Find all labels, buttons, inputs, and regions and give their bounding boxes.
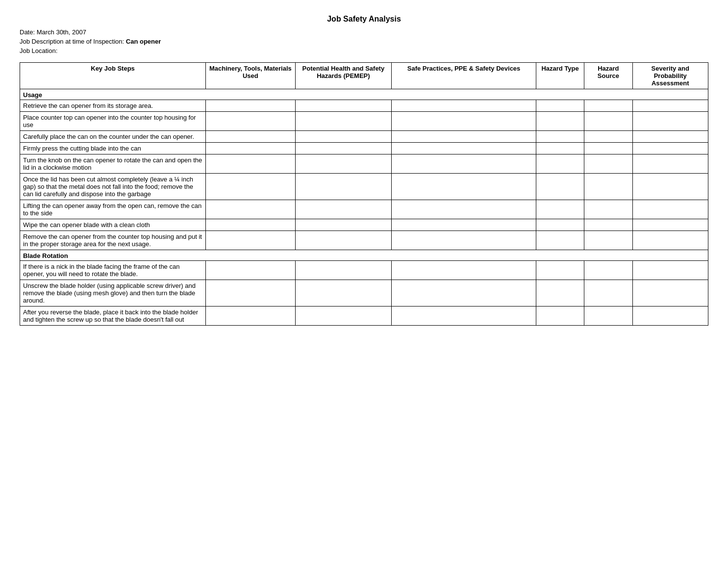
cell-hazards [295, 174, 392, 200]
table-row: Once the lid has been cut almost complet… [20, 174, 708, 200]
cell-step: Turn the knob on the can opener to rotat… [20, 154, 206, 174]
header-severity: Severity and Probability Assessment [632, 63, 708, 89]
cell-hsource [584, 143, 632, 154]
header-machinery: Machinery, Tools, Materials Used [206, 63, 296, 89]
cell-step: Retrieve the can opener from its storage… [20, 100, 206, 112]
cell-step: Once the lid has been cut almost complet… [20, 174, 206, 200]
table-row: Retrieve the can opener from its storage… [20, 100, 708, 112]
cell-hsource [584, 112, 632, 131]
cell-hsource [584, 100, 632, 112]
cell-safe [392, 143, 536, 154]
cell-htype [536, 219, 584, 231]
cell-machinery [206, 219, 296, 231]
header-potential-health: Potential Health and Safety Hazards (PEM… [295, 63, 392, 89]
cell-severity [632, 280, 708, 307]
cell-hsource [584, 231, 632, 250]
cell-machinery [206, 280, 296, 307]
cell-step: Wipe the can opener blade with a clean c… [20, 219, 206, 231]
cell-machinery [206, 174, 296, 200]
cell-safe [392, 231, 536, 250]
cell-severity [632, 261, 708, 280]
cell-severity [632, 154, 708, 174]
cell-htype [536, 154, 584, 174]
cell-hazards [295, 112, 392, 131]
header-hazard-source: Hazard Source [584, 63, 632, 89]
cell-step: Carefully place the can on the counter u… [20, 131, 206, 143]
cell-machinery [206, 112, 296, 131]
cell-severity [632, 131, 708, 143]
cell-htype [536, 174, 584, 200]
cell-severity [632, 200, 708, 219]
cell-hsource [584, 154, 632, 174]
table-row: Wipe the can opener blade with a clean c… [20, 219, 708, 231]
cell-hsource [584, 261, 632, 280]
cell-severity [632, 143, 708, 154]
cell-hsource [584, 200, 632, 219]
header-key-job-steps: Key Job Steps [20, 63, 206, 89]
section-header-row: Blade Rotation [20, 250, 708, 261]
cell-hazards [295, 200, 392, 219]
cell-hsource [584, 280, 632, 307]
cell-hazards [295, 231, 392, 250]
section-header-row: Usage [20, 89, 708, 100]
cell-severity [632, 112, 708, 131]
cell-hsource [584, 131, 632, 143]
section-name: Blade Rotation [20, 250, 708, 261]
cell-step: Place counter top can opener into the co… [20, 112, 206, 131]
cell-step: If there is a nick in the blade facing t… [20, 261, 206, 280]
cell-safe [392, 261, 536, 280]
cell-machinery [206, 261, 296, 280]
cell-safe [392, 112, 536, 131]
cell-htype [536, 112, 584, 131]
cell-safe [392, 219, 536, 231]
cell-machinery [206, 307, 296, 326]
meta-date: Date: March 30th, 2007 [20, 28, 708, 36]
cell-hazards [295, 280, 392, 307]
cell-safe [392, 174, 536, 200]
jsa-table: Key Job Steps Machinery, Tools, Material… [20, 62, 708, 326]
meta-job-location: Job Location: [20, 47, 708, 54]
table-header-row: Key Job Steps Machinery, Tools, Material… [20, 63, 708, 89]
cell-hazards [295, 143, 392, 154]
table-row: Place counter top can opener into the co… [20, 112, 708, 131]
cell-machinery [206, 131, 296, 143]
job-description-value: Can opener [126, 38, 161, 45]
cell-step: After you reverse the blade, place it ba… [20, 307, 206, 326]
header-hazard-type: Hazard Type [536, 63, 584, 89]
cell-hazards [295, 154, 392, 174]
cell-machinery [206, 231, 296, 250]
cell-machinery [206, 143, 296, 154]
table-row: After you reverse the blade, place it ba… [20, 307, 708, 326]
cell-severity [632, 231, 708, 250]
cell-machinery [206, 200, 296, 219]
cell-htype [536, 100, 584, 112]
table-row: Carefully place the can on the counter u… [20, 131, 708, 143]
cell-safe [392, 280, 536, 307]
cell-step: Unscrew the blade holder (using applicab… [20, 280, 206, 307]
cell-step: Firmly press the cutting blade into the … [20, 143, 206, 154]
table-row: If there is a nick in the blade facing t… [20, 261, 708, 280]
cell-htype [536, 280, 584, 307]
table-row: Remove the can opener from the counter t… [20, 231, 708, 250]
table-container: Key Job Steps Machinery, Tools, Material… [20, 62, 708, 326]
cell-severity [632, 174, 708, 200]
cell-step: Lifting the can opener away from the ope… [20, 200, 206, 219]
cell-machinery [206, 154, 296, 174]
cell-hazards [295, 100, 392, 112]
cell-hazards [295, 261, 392, 280]
cell-htype [536, 131, 584, 143]
cell-hazards [295, 131, 392, 143]
cell-hsource [584, 219, 632, 231]
cell-hazards [295, 219, 392, 231]
table-row: Firmly press the cutting blade into the … [20, 143, 708, 154]
cell-severity [632, 100, 708, 112]
section-name: Usage [20, 89, 708, 100]
cell-hsource [584, 174, 632, 200]
page-title: Job Safety Analysis [20, 15, 708, 24]
cell-step: Remove the can opener from the counter t… [20, 231, 206, 250]
cell-safe [392, 100, 536, 112]
cell-severity [632, 219, 708, 231]
cell-htype [536, 200, 584, 219]
cell-htype [536, 231, 584, 250]
cell-safe [392, 154, 536, 174]
